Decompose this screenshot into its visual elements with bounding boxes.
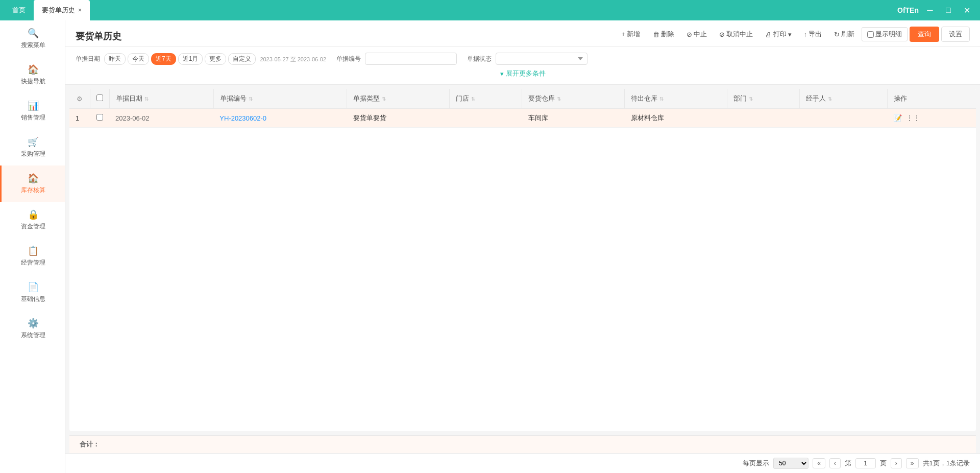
status-filter-select[interactable] — [496, 53, 587, 65]
table-footer: 合计： — [69, 435, 976, 453]
purchase-icon: 🛒 — [28, 136, 39, 148]
sidebar-item-inventory[interactable]: 🏠 库存核算 — [0, 165, 65, 202]
pagination-bar: 每页显示 50 10 20 100 « ‹ 第 页 › » 共1页，1条记录 — [65, 453, 980, 473]
col-date: 单据日期 ⇅ — [109, 89, 213, 109]
delete-button[interactable]: 🗑 删除 — [648, 27, 679, 41]
cancel-stop-button[interactable]: ⊘ 取消中止 — [714, 27, 758, 41]
page-header: 要货单历史 + 新增 🗑 删除 ⊘ 中止 ⊘ 取消中止 🖨 — [65, 20, 980, 46]
filter-date-group: 单据日期 昨天 今天 近7天 近1月 更多 自定义 2023-05-27 至 2… — [76, 53, 326, 65]
sidebar-item-sales[interactable]: 📊 销售管理 — [0, 93, 65, 129]
col-req-warehouse: 要货仓库 ⇅ — [522, 89, 625, 109]
query-button[interactable]: 查询 — [910, 27, 939, 42]
col-department: 部门 ⇅ — [727, 89, 799, 109]
footer-total-label: 合计： — [80, 440, 100, 449]
per-page-select[interactable]: 50 10 20 100 — [773, 458, 808, 469]
expand-more-button[interactable]: ▾ 展开更多条件 — [76, 69, 970, 78]
expand-more-icon: ▾ — [500, 70, 504, 78]
stop-button[interactable]: ⊘ 中止 — [681, 27, 712, 41]
row-docno: YH-20230602-0 — [213, 109, 347, 128]
requisition-table: ⚙ 单据日期 ⇅ 单据编号 — [69, 89, 976, 128]
main-layout: 🔍 搜索菜单 🏠 快捷导航 📊 销售管理 🛒 采购管理 🏠 库存核算 🔒 资金管… — [0, 20, 980, 473]
docno-filter-input[interactable] — [365, 53, 457, 65]
sort-docno-icon[interactable]: ⇅ — [249, 96, 253, 102]
settings-button[interactable]: 设置 — [941, 27, 970, 42]
date-btn-1month[interactable]: 近1月 — [178, 53, 203, 65]
date-range-text: 2023-05-27 至 2023-06-02 — [260, 56, 326, 63]
more-icon[interactable]: ⋮⋮ — [906, 114, 920, 122]
sidebar-item-quicknav[interactable]: 🏠 快捷导航 — [0, 57, 65, 93]
row-doctype: 要货单要货 — [347, 109, 450, 128]
tab-close-icon[interactable]: × — [78, 7, 82, 14]
date-btn-today[interactable]: 今天 — [128, 53, 149, 65]
sidebar-item-basic-info[interactable]: 📄 基础信息 — [0, 274, 65, 311]
sidebar-item-system[interactable]: ⚙️ 系统管理 — [0, 311, 65, 347]
col-docno: 单据编号 ⇅ — [213, 89, 347, 109]
search-menu-icon: 🔍 — [28, 28, 39, 39]
filter-row-main: 单据日期 昨天 今天 近7天 近1月 更多 自定义 2023-05-27 至 2… — [76, 53, 970, 65]
page-label: 第 — [845, 459, 851, 468]
content-area: 要货单历史 + 新增 🗑 删除 ⊘ 中止 ⊘ 取消中止 🖨 — [65, 20, 980, 473]
sort-doctype-icon[interactable]: ⇅ — [382, 96, 386, 102]
inventory-icon: 🏠 — [28, 173, 39, 184]
sidebar-item-search[interactable]: 🔍 搜索菜单 — [0, 20, 65, 57]
col-doctype: 单据类型 ⇅ — [347, 89, 450, 109]
col-checkbox — [90, 89, 109, 109]
tab-list: 首页 要货单历史 × — [4, 0, 897, 20]
brand-label: OfTEn — [897, 6, 919, 14]
tab-requisition-history[interactable]: 要货单历史 × — [34, 0, 90, 20]
edit-icon[interactable]: 📝 — [893, 114, 902, 122]
current-page-input[interactable] — [855, 458, 876, 468]
tab-home[interactable]: 首页 — [4, 0, 34, 20]
col-action: 操作 — [887, 89, 976, 109]
refresh-button[interactable]: ↻ 刷新 — [829, 27, 860, 41]
sort-store-icon[interactable]: ⇅ — [471, 96, 475, 102]
last-page-button[interactable]: » — [906, 458, 919, 468]
sidebar: 🔍 搜索菜单 🏠 快捷导航 📊 销售管理 🛒 采购管理 🏠 库存核算 🔒 资金管… — [0, 20, 65, 473]
export-icon: ↑ — [804, 31, 807, 38]
sidebar-item-purchase[interactable]: 🛒 采购管理 — [0, 129, 65, 165]
date-btn-custom[interactable]: 自定义 — [228, 53, 256, 65]
sort-wait-warehouse-icon[interactable]: ⇅ — [659, 96, 664, 102]
sidebar-item-finance[interactable]: 🔒 资金管理 — [0, 202, 65, 238]
show-detail-checkbox[interactable] — [867, 31, 874, 38]
window-minimize-button[interactable]: ─ — [923, 3, 937, 17]
show-detail-button[interactable]: 显示明细 — [862, 27, 908, 41]
date-btn-yesterday[interactable]: 昨天 — [104, 53, 126, 65]
window-close-button[interactable]: ✕ — [960, 3, 974, 17]
filter-status-group: 单据状态 — [467, 53, 587, 65]
prev-page-button[interactable]: ‹ — [829, 458, 841, 468]
sort-req-warehouse-icon[interactable]: ⇅ — [557, 96, 561, 102]
col-handler: 经手人 ⇅ — [800, 89, 888, 109]
print-button[interactable]: 🖨 打印 ▾ — [760, 27, 797, 41]
row-checkbox[interactable] — [96, 114, 103, 121]
window-maximize-button[interactable]: □ — [941, 3, 955, 17]
sort-handler-icon[interactable]: ⇅ — [828, 96, 832, 102]
basic-info-icon: 📄 — [28, 281, 39, 293]
col-store: 门店 ⇅ — [450, 89, 522, 109]
export-button[interactable]: ↑ 导出 — [799, 27, 827, 41]
sort-date-icon[interactable]: ⇅ — [144, 96, 149, 102]
row-req-warehouse: 车间库 — [522, 109, 625, 128]
docno-filter-label: 单据编号 — [336, 55, 361, 63]
date-buttons: 昨天 今天 近7天 近1月 更多 自定义 — [104, 53, 256, 65]
next-page-button[interactable]: › — [891, 458, 902, 468]
date-btn-7days[interactable]: 近7天 — [151, 53, 176, 65]
toolbar: + 新增 🗑 删除 ⊘ 中止 ⊘ 取消中止 🖨 打印 ▾ — [616, 27, 970, 46]
system-icon: ⚙️ — [28, 318, 39, 329]
quick-nav-icon: 🏠 — [28, 64, 39, 75]
first-page-button[interactable]: « — [813, 458, 825, 468]
row-action: 📝 ⋮⋮ — [887, 109, 976, 128]
stop-icon: ⊘ — [687, 31, 692, 38]
print-dropdown-icon: ▾ — [788, 31, 792, 38]
col-settings[interactable]: ⚙ — [69, 89, 90, 109]
sort-department-icon[interactable]: ⇅ — [749, 96, 753, 102]
sidebar-item-operations[interactable]: 📋 经营管理 — [0, 238, 65, 274]
operations-icon: 📋 — [28, 245, 39, 256]
refresh-icon: ↻ — [834, 31, 840, 38]
date-btn-more[interactable]: 更多 — [205, 53, 226, 65]
cancel-stop-icon: ⊘ — [719, 31, 725, 38]
sales-icon: 📊 — [28, 100, 39, 111]
new-button[interactable]: + 新增 — [616, 27, 645, 41]
select-all-checkbox[interactable] — [96, 94, 103, 101]
row-docno-link[interactable]: YH-20230602-0 — [219, 114, 266, 122]
